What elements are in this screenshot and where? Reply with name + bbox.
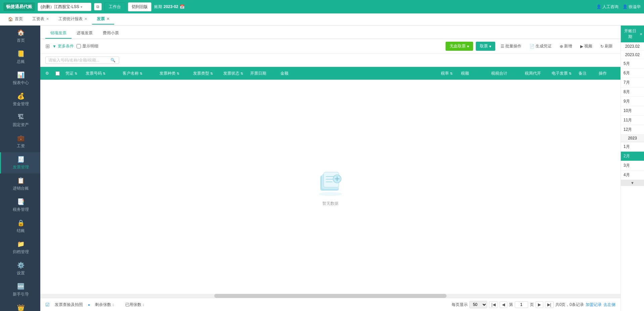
page-size-select[interactable]: 50 100 200 xyxy=(469,301,487,308)
open-period-header[interactable]: 开账日期 ✕ xyxy=(621,26,644,42)
tab-salary-report[interactable]: 工资统计报表 ✕ xyxy=(54,14,92,25)
go-left-link[interactable]: 去左侧 xyxy=(603,302,615,308)
archive-icon: 📁 xyxy=(17,240,25,248)
sidebar-item-tax[interactable]: 📑 税务管理 xyxy=(0,195,40,216)
th-tax[interactable]: 税额 xyxy=(459,71,490,76)
sub-tab-expense-receipt[interactable]: 费用小票 xyxy=(98,28,124,39)
sidebar-item-funds[interactable]: 💰 资金管理 xyxy=(0,89,40,110)
user-menu[interactable]: 👤 徐溢华 xyxy=(623,4,641,10)
th-invoice-category[interactable]: 发票类型 ⇅ xyxy=(191,71,222,76)
close-tab-salary-report[interactable]: ✕ xyxy=(84,17,87,21)
new-btn[interactable]: ⊕ 新增 xyxy=(557,42,575,51)
sidebar-item-sales[interactable]: 📋 进销台账 xyxy=(0,173,40,195)
invoice-num-sort-icon[interactable]: ⇅ xyxy=(103,72,105,75)
search-input[interactable] xyxy=(48,58,109,63)
period-icon[interactable]: 📅 xyxy=(180,4,185,9)
th-check[interactable] xyxy=(54,71,64,76)
th-customer[interactable]: 客户名称 ⇅ xyxy=(121,71,158,76)
month-11[interactable]: 11月 xyxy=(621,116,644,125)
more-conditions-btn[interactable]: ▼ 更多条件 xyxy=(52,43,74,49)
video-btn[interactable]: ▶ 视频 xyxy=(578,42,595,51)
close-tab-invoice[interactable]: ✕ xyxy=(106,17,109,21)
month-10[interactable]: 10月 xyxy=(621,106,644,116)
month-6[interactable]: 6月 xyxy=(621,69,644,78)
month-8[interactable]: 8月 xyxy=(621,87,644,97)
show-detail-checkbox[interactable] xyxy=(77,44,81,48)
tab-invoice[interactable]: 发票 ✕ xyxy=(92,14,114,25)
sidebar-item-guide[interactable]: 🆕 新手引导 xyxy=(0,279,40,301)
tab-bar: 🏠 首页 工资表 ✕ 工资统计报表 ✕ 发票 ✕ xyxy=(0,13,644,26)
select-all-checkbox[interactable] xyxy=(55,71,60,76)
sidebar-item-close[interactable]: 🔒 结账 xyxy=(0,216,40,237)
invoice-status-filter-icon[interactable]: ⇅ xyxy=(240,72,243,75)
switch-version-button[interactable]: 切到旧版 xyxy=(128,2,151,11)
th-einvoice[interactable]: 电子发票 ⇅ xyxy=(550,71,577,76)
date-panel-scroll-down[interactable]: ▼ xyxy=(621,180,644,186)
th-invoice-type[interactable]: 发票种类 ⇅ xyxy=(158,71,191,76)
close-period-icon: 🔒 xyxy=(17,219,25,227)
gen-voucher-btn[interactable]: 📄 生成凭证 xyxy=(527,42,554,51)
workspace-button[interactable]: 工作台 xyxy=(104,2,125,11)
sidebar-item-invoice[interactable]: 🧾 发票管理 xyxy=(0,152,40,173)
th-amount[interactable]: 金额 xyxy=(279,71,439,76)
tab-home[interactable]: 🏠 首页 xyxy=(3,14,28,25)
company-selector[interactable]: (勿删）江西股宝-LSS ▾ xyxy=(38,3,91,11)
month-2023-1[interactable]: 1月 xyxy=(621,142,644,152)
period-row-2023-02[interactable]: 2023.02 xyxy=(621,51,644,59)
service-button[interactable]: 👤 人工咨询 xyxy=(596,4,618,10)
month-12[interactable]: 12月 xyxy=(621,125,644,134)
refresh-btn[interactable]: ↻ 刷新 xyxy=(598,42,615,51)
customer-sort-icon[interactable]: ⇅ xyxy=(140,72,142,75)
sidebar-item-salary[interactable]: 💼 工资 xyxy=(0,131,40,152)
next-page-btn[interactable]: ▶ xyxy=(536,301,543,308)
user-avatar-icon: 👤 xyxy=(623,4,628,9)
batch-op-btn[interactable]: ☰ 批量操作 xyxy=(498,42,524,51)
th-settings[interactable]: ⚙ xyxy=(44,71,54,76)
month-5[interactable]: 5月 xyxy=(621,59,644,69)
th-taxrate[interactable]: 税率 ⇅ xyxy=(439,71,459,76)
horizontal-scrollbar[interactable] xyxy=(40,294,620,298)
sidebar-item-reports[interactable]: 📊 报表中心 xyxy=(0,68,40,89)
join-record-link[interactable]: 加盟记录 xyxy=(586,302,602,308)
th-date[interactable]: 开票日期 xyxy=(248,71,279,76)
used-label: 已用张数： xyxy=(125,302,145,308)
search-icon[interactable]: 🔍 xyxy=(110,58,116,63)
sidebar-item-ledger[interactable]: 📒 总账 xyxy=(0,47,40,68)
sidebar-item-member[interactable]: 👑 畅会员 xyxy=(0,301,40,311)
month-9[interactable]: 9月 xyxy=(621,97,644,106)
th-invoice-num[interactable]: 发票号码 ⇅ xyxy=(84,71,121,76)
invoice-type-filter-icon[interactable]: ⇅ xyxy=(177,72,179,75)
sub-tab-sales-invoice[interactable]: 销项发票 xyxy=(45,28,72,39)
month-7[interactable]: 7月 xyxy=(621,78,644,87)
th-remark[interactable]: 备注 xyxy=(577,71,597,76)
copy-button[interactable]: ⧉ xyxy=(94,3,102,10)
page-number-input[interactable] xyxy=(515,301,528,308)
prev-page-btn[interactable]: ◀ xyxy=(500,301,507,308)
month-2023-3[interactable]: 3月 xyxy=(621,161,644,170)
tab-salary[interactable]: 工资表 ✕ xyxy=(28,14,54,25)
period-row-2023-02-top[interactable]: 2023.02 xyxy=(621,42,644,51)
close-panel-icon[interactable]: ✕ xyxy=(640,32,642,36)
sidebar-item-home[interactable]: 🏠 首页 xyxy=(0,26,40,47)
fetch-ticket-btn[interactable]: 取票 ▾ xyxy=(476,42,495,51)
sidebar-item-archive[interactable]: 📁 归档管理 xyxy=(0,237,40,258)
month-2023-2[interactable]: 2月 xyxy=(621,152,644,161)
einvoice-filter-icon[interactable]: ⇅ xyxy=(569,72,571,75)
close-tab-salary[interactable]: ✕ xyxy=(46,17,49,21)
show-detail-label[interactable]: 显示明细 xyxy=(77,43,98,49)
sidebar-item-assets[interactable]: 🏗 固定资产 xyxy=(0,110,40,131)
last-page-btn[interactable]: ▶| xyxy=(545,301,554,308)
taxrate-filter-icon[interactable]: ⇅ xyxy=(450,72,453,75)
month-2023-4[interactable]: 4月 xyxy=(621,170,644,180)
th-taxcode[interactable]: 税局代开 xyxy=(523,71,550,76)
th-voucher[interactable]: 凭证 ⇅ xyxy=(64,71,84,76)
voucher-sort-icon[interactable]: ⇅ xyxy=(75,72,77,75)
th-invoice-status[interactable]: 发票状态 ⇅ xyxy=(222,71,248,76)
invoice-category-filter-icon[interactable]: ⇅ xyxy=(210,72,213,75)
sub-tab-purchase-invoice[interactable]: 进项发票 xyxy=(72,28,98,39)
th-taxsum[interactable]: 税税合计 xyxy=(490,71,523,76)
sidebar-item-settings[interactable]: ⚙️ 设置 xyxy=(0,258,40,279)
first-page-btn[interactable]: |◀ xyxy=(489,301,498,308)
scrollbar-thumb[interactable] xyxy=(214,294,446,298)
no-cancel-ticket-btn[interactable]: 无血取票 ▾ xyxy=(446,42,473,51)
